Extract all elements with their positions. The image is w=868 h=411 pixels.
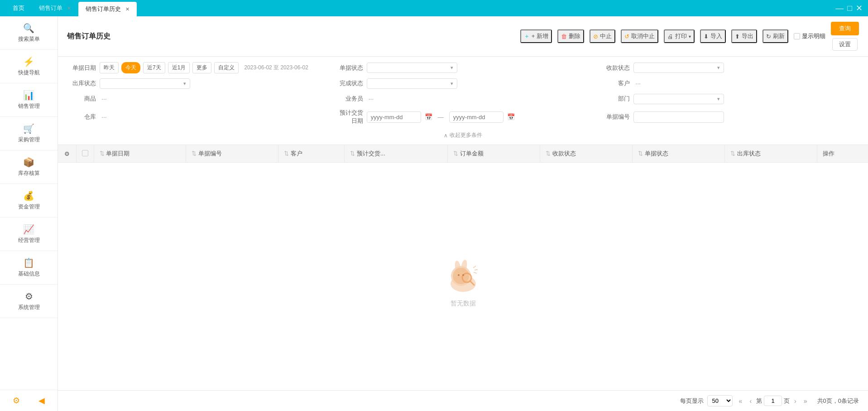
tab-sales-order-close[interactable]: ✕ bbox=[67, 5, 71, 11]
th-checkbox[interactable] bbox=[76, 145, 94, 163]
svg-point-7 bbox=[458, 274, 460, 276]
receipt-status-select[interactable]: ▾ bbox=[633, 63, 724, 73]
page-last-btn[interactable]: » bbox=[801, 396, 810, 406]
sidebar-settings-icon[interactable]: ⚙ bbox=[13, 396, 20, 406]
date-btn-custom[interactable]: 自定义 bbox=[214, 62, 239, 73]
th-out-stock-status-sort-icon: ⇅ bbox=[730, 150, 735, 157]
sidebar-item-search-menu[interactable]: 🔍 搜索菜单 bbox=[0, 16, 58, 50]
sales-person-ellipsis-btn[interactable]: ··· bbox=[367, 93, 376, 104]
order-no-input[interactable] bbox=[633, 111, 724, 123]
sidebar-collapse-icon[interactable]: ◀ bbox=[38, 396, 45, 406]
th-order-status[interactable]: ⇅ 单据状态 bbox=[633, 145, 725, 163]
th-order-no-label: 单据编号 bbox=[198, 150, 222, 157]
delivery-date-to[interactable] bbox=[449, 111, 504, 123]
export-btn[interactable]: ⬆ 导出 bbox=[731, 29, 757, 43]
goods-control: ··· bbox=[100, 93, 325, 104]
query-btn[interactable]: 查询 bbox=[831, 22, 859, 35]
date-btn-more[interactable]: 更多 bbox=[192, 62, 211, 73]
purchase-mgmt-icon: 🛒 bbox=[23, 123, 34, 134]
stop-btn[interactable]: ⊘ 中止 bbox=[590, 29, 615, 43]
tab-sales-order[interactable]: 销售订单 ✕ bbox=[32, 0, 78, 16]
th-order-amount[interactable]: ⇅ 订单金额 bbox=[448, 145, 540, 163]
out-stock-arrow-icon: ▾ bbox=[183, 81, 186, 87]
display-col-checkbox[interactable] bbox=[794, 33, 800, 39]
settings-gear-icon[interactable]: ⚙ bbox=[64, 150, 70, 157]
th-customer-sort-icon: ⇅ bbox=[284, 150, 289, 157]
sidebar-item-operation-label: 经营管理 bbox=[18, 237, 40, 244]
cancel-stop-btn[interactable]: ↺ 取消中止 bbox=[621, 29, 658, 43]
warehouse-ellipsis-btn[interactable]: ··· bbox=[100, 111, 109, 122]
data-table: ⚙ ⇅ 单据日期 ⇅ 单据编号 bbox=[58, 145, 868, 163]
select-all-checkbox[interactable] bbox=[82, 150, 88, 156]
delete-icon: 🗑 bbox=[561, 33, 567, 40]
refresh-btn[interactable]: ↻ 刷新 bbox=[762, 29, 788, 43]
search-menu-icon: 🔍 bbox=[23, 23, 34, 34]
date-range: 2023-06-02 至 2023-06-02 bbox=[244, 64, 308, 72]
th-delivery-date-label: 预计交货... bbox=[357, 150, 385, 157]
per-page-select[interactable]: 50 100 200 bbox=[707, 395, 733, 406]
window-minimize-icon[interactable]: — bbox=[835, 4, 844, 13]
page-prev-btn[interactable]: ‹ bbox=[747, 396, 754, 406]
pagination-info: 共0页，0条记录 bbox=[817, 397, 859, 405]
per-page-label: 每页显示 bbox=[680, 397, 704, 405]
date-btn-1month[interactable]: 近1月 bbox=[168, 62, 190, 73]
sidebar-item-operation[interactable]: 📈 经营管理 bbox=[0, 218, 58, 251]
tab-sales-order-history-close[interactable]: ✕ bbox=[125, 6, 129, 12]
receipt-status-control: ▾ bbox=[633, 63, 859, 73]
th-receipt-status[interactable]: ⇅ 收款状态 bbox=[540, 145, 633, 163]
order-no-control bbox=[633, 111, 859, 123]
delivery-date-to-icon[interactable]: 📅 bbox=[507, 113, 515, 121]
delivery-date-control: 📅 — 📅 bbox=[367, 111, 592, 123]
order-status-label: 单据状态 bbox=[334, 64, 367, 72]
sidebar-item-purchase-mgmt[interactable]: 🛒 采购管理 bbox=[0, 117, 58, 150]
th-settings[interactable]: ⚙ bbox=[58, 145, 76, 163]
th-order-no[interactable]: ⇅ 单据编号 bbox=[186, 145, 278, 163]
sidebar-item-quick-nav[interactable]: ⚡ 快捷导航 bbox=[0, 50, 58, 83]
dept-select[interactable]: ▾ bbox=[633, 94, 724, 104]
page-next-btn[interactable]: › bbox=[791, 396, 799, 406]
window-maximize-icon[interactable]: □ bbox=[847, 4, 852, 13]
sidebar-item-sales-mgmt[interactable]: 📊 销售管理 bbox=[0, 83, 58, 117]
warehouse-control: ··· bbox=[100, 111, 325, 122]
page-first-btn[interactable]: « bbox=[736, 396, 745, 406]
tab-home[interactable]: 首页 bbox=[5, 0, 32, 16]
order-status-select[interactable]: ▾ bbox=[367, 63, 457, 73]
th-out-stock-status[interactable]: ⇅ 出库状态 bbox=[725, 145, 817, 163]
tab-sales-order-history[interactable]: 销售订单历史 ✕ bbox=[78, 2, 137, 16]
sidebar-item-finance[interactable]: 💰 资金管理 bbox=[0, 184, 58, 218]
collapse-bar[interactable]: ∧ 收起更多条件 bbox=[67, 130, 859, 143]
sales-mgmt-icon: 📊 bbox=[23, 90, 34, 101]
new-btn[interactable]: ＋ + 新增 bbox=[520, 29, 552, 43]
goods-label: 商品 bbox=[67, 95, 100, 103]
dept-control: ▾ bbox=[633, 94, 859, 104]
import-btn[interactable]: ⬇ 导入 bbox=[700, 29, 726, 43]
delete-btn[interactable]: 🗑 删除 bbox=[557, 29, 584, 43]
date-btn-today[interactable]: 今天 bbox=[121, 62, 140, 73]
out-stock-label: 出库状态 bbox=[67, 79, 100, 87]
window-close-icon[interactable]: ✕ bbox=[856, 3, 863, 13]
customer-ellipsis-btn[interactable]: ··· bbox=[633, 78, 643, 89]
out-stock-select[interactable]: ▾ bbox=[100, 78, 190, 89]
main-layout: 🔍 搜索菜单 ⚡ 快捷导航 📊 销售管理 🛒 采购管理 📦 库存核算 💰 资金管… bbox=[0, 16, 868, 411]
sidebar-item-base-info[interactable]: 📋 基础信息 bbox=[0, 251, 58, 285]
new-label: + 新增 bbox=[532, 32, 548, 40]
settings-btn[interactable]: 设置 bbox=[832, 38, 858, 51]
date-btn-yesterday[interactable]: 昨天 bbox=[100, 62, 119, 73]
th-delivery-date[interactable]: ⇅ 预计交货... bbox=[345, 145, 448, 163]
delivery-date-from-icon[interactable]: 📅 bbox=[425, 113, 432, 121]
page-unit-label: 页 bbox=[784, 397, 790, 405]
sidebar-item-inventory[interactable]: 📦 库存核算 bbox=[0, 150, 58, 184]
th-customer[interactable]: ⇅ 客户 bbox=[278, 145, 345, 163]
th-order-date[interactable]: ⇅ 单据日期 bbox=[94, 145, 186, 163]
complete-status-select[interactable]: ▾ bbox=[367, 78, 457, 89]
date-btn-7days[interactable]: 近7天 bbox=[143, 62, 165, 73]
sidebar-item-system-mgmt[interactable]: ⚙ 系统管理 bbox=[0, 285, 58, 318]
svg-point-8 bbox=[462, 274, 464, 276]
goods-ellipsis-btn[interactable]: ··· bbox=[100, 93, 109, 104]
stop-icon: ⊘ bbox=[593, 33, 598, 40]
print-btn[interactable]: 🖨 打印 ▾ bbox=[664, 29, 695, 43]
refresh-icon: ↻ bbox=[766, 33, 771, 40]
tab-sales-order-label: 销售订单 bbox=[39, 4, 62, 12]
delivery-date-from[interactable] bbox=[367, 111, 421, 123]
page-number-input[interactable] bbox=[764, 396, 782, 406]
